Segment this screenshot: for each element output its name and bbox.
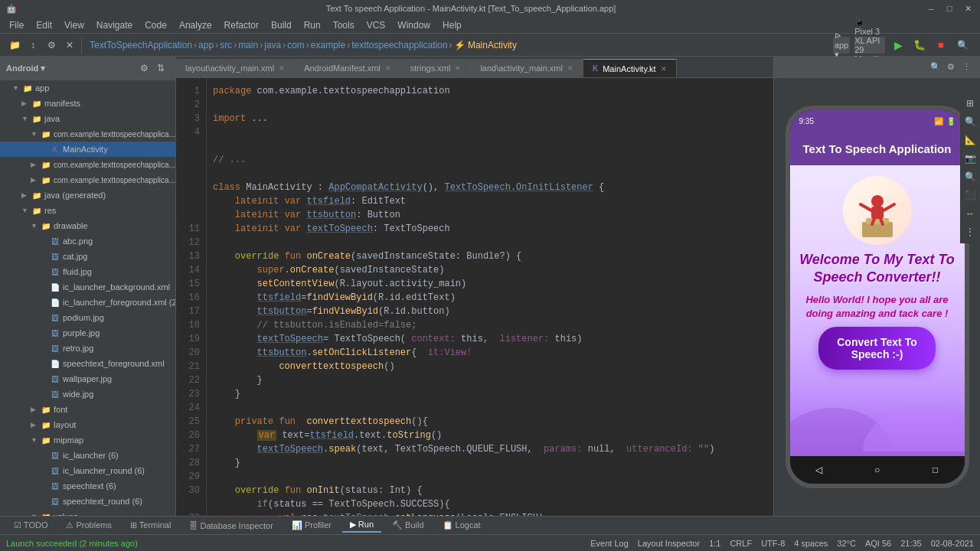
tab-activity-main-xml[interactable]: layout\activity_main.xml ✕ <box>176 59 295 77</box>
maximize-button[interactable]: □ <box>943 2 956 15</box>
tab-close-icon[interactable]: ✕ <box>385 64 391 72</box>
menu-window[interactable]: Window <box>391 18 436 32</box>
tree-ic-launcher-count[interactable]: 🖼 ic_launcher (6) <box>0 448 175 463</box>
tree-cat-jpg[interactable]: 🖼 cat.jpg <box>0 249 175 264</box>
bottom-tab-run[interactable]: ▶ Run <box>342 518 381 533</box>
breadcrumb-app[interactable]: TextToSpeechApplication <box>90 40 192 51</box>
tree-res[interactable]: ▼ 📁 res <box>0 203 175 218</box>
bottom-tab-build[interactable]: 🔨 Build <box>384 519 432 532</box>
menu-edit[interactable]: Edit <box>30 18 58 32</box>
menu-refactor[interactable]: Refactor <box>218 18 265 32</box>
side-icon-1[interactable]: ⊞ <box>962 95 978 112</box>
menu-build[interactable]: Build <box>265 18 298 32</box>
nav-home-button[interactable]: ○ <box>868 461 887 479</box>
tab-mainactivity-kt[interactable]: K MainActivity.kt ✕ <box>583 59 677 77</box>
tree-purple-jpg[interactable]: 🖼 purple.jpg <box>0 325 175 341</box>
preview-more-icon[interactable]: ⋮ <box>959 60 974 75</box>
tree-java[interactable]: ▼ 📁 java <box>0 111 175 126</box>
menu-run[interactable]: Run <box>298 18 327 32</box>
toolbar-sync-icon[interactable]: ↕ <box>24 37 41 54</box>
tree-wide-jpg[interactable]: 🖼 wide.jpg <box>0 386 175 402</box>
tree-speechtext-6[interactable]: 🖼 speechtext (6) <box>0 478 175 494</box>
tree-ic-launcher-fg-xml[interactable]: 📄 ic_launcher_foreground.xml (2) <box>0 295 175 310</box>
tab-land-activity-main[interactable]: land\activity_main.xml ✕ <box>471 59 583 77</box>
bottom-tab-logcat[interactable]: 📋 Logcat <box>435 519 488 532</box>
title-bar-controls[interactable]: – □ ✕ <box>925 2 974 15</box>
run-button[interactable]: ▶ <box>890 37 906 54</box>
tree-manifests[interactable]: ▶ 📁 manifests <box>0 96 175 111</box>
side-icon-3[interactable]: 📐 <box>962 132 978 148</box>
tree-mipmap[interactable]: ▼ 📁 mipmap <box>0 432 175 448</box>
tree-speechtext-round-6[interactable]: 🖼 speechtext_round (6) <box>0 494 175 509</box>
tab-androidmanifest[interactable]: AndroidManifest.xml ✕ <box>295 59 401 77</box>
bottom-tab-todo[interactable]: ☑ TODO <box>6 519 55 532</box>
tab-close-icon[interactable]: ✕ <box>567 64 573 72</box>
tree-ic-launcher-bg-xml[interactable]: 📄 ic_launcher_background.xml <box>0 279 175 295</box>
tab-strings-xml[interactable]: strings.xml ✕ <box>401 59 472 77</box>
menu-analyze[interactable]: Analyze <box>173 18 218 32</box>
bottom-tab-database[interactable]: 🗄 Database Inspector <box>181 520 280 532</box>
minimize-button[interactable]: – <box>925 2 937 15</box>
layout-inspector-btn[interactable]: Layout Inspector <box>638 539 700 548</box>
breadcrumb-package[interactable]: texttospeechapplication <box>351 40 447 51</box>
tab-close-icon[interactable]: ✕ <box>279 64 285 72</box>
sidebar-sort-icon[interactable]: ⇅ <box>152 60 169 77</box>
tree-podium-jpg[interactable]: 🖼 podium.jpg <box>0 310 175 325</box>
side-icon-5[interactable]: 🔍 <box>962 168 978 185</box>
breadcrumb-app2[interactable]: app <box>198 40 214 51</box>
tree-app[interactable]: ▼ 📁 app <box>0 80 175 96</box>
toolbar-close-icon[interactable]: ✕ <box>61 37 78 54</box>
menu-tools[interactable]: Tools <box>327 18 361 32</box>
menu-file[interactable]: File <box>3 18 30 32</box>
preview-zoom-icon[interactable]: 🔍 <box>928 60 943 75</box>
tree-com1[interactable]: ▼ 📁 com.example.texttospeechapplica... <box>0 126 175 142</box>
side-icon-7[interactable]: ↔ <box>962 205 978 222</box>
tree-abc-png[interactable]: 🖼 abc.png <box>0 233 175 249</box>
side-icon-6[interactable]: ⬛ <box>962 187 978 204</box>
menu-help[interactable]: Help <box>436 18 468 32</box>
bottom-tab-profiler[interactable]: 📊 Profiler <box>284 519 339 532</box>
tree-speechtext-fg-xml[interactable]: 📄 speechtext_foreground.xml <box>0 356 175 371</box>
tree-java-generated[interactable]: ▶ 📁 java (generated) <box>0 187 175 203</box>
side-icon-2[interactable]: 🔍 <box>962 113 978 130</box>
bottom-tab-problems[interactable]: ⚠ Problems <box>58 519 119 532</box>
tree-com2[interactable]: ▶ 📁 com.example.texttospeechapplica... <box>0 157 175 172</box>
run-config-selector[interactable]: ⊳ app ▾ <box>833 37 850 54</box>
bottom-tab-terminal[interactable]: ⊞ Terminal <box>122 519 178 532</box>
breadcrumb-com[interactable]: com <box>287 40 305 51</box>
breadcrumb-file[interactable]: ⚡ MainActivity <box>454 40 517 51</box>
tree-com3[interactable]: ▶ 📁 com.example.texttospeechapplica... <box>0 172 175 187</box>
tree-fluid-jpg[interactable]: 🖼 fluid.jpg <box>0 264 175 279</box>
menu-code[interactable]: Code <box>139 18 173 32</box>
tree-drawable[interactable]: ▼ 📁 drawable <box>0 218 175 233</box>
device-selector[interactable]: 📱 Pixel 3 XL API 29 Mugdha (kt) ▾ <box>854 37 885 54</box>
nav-recents-button[interactable]: □ <box>926 461 945 479</box>
tree-ic-launcher-round[interactable]: 🖼 ic_launcher_round (6) <box>0 463 175 478</box>
toolbar-settings-icon[interactable]: ⚙ <box>43 37 60 54</box>
menu-vcs[interactable]: VCS <box>361 18 392 32</box>
breadcrumb-src[interactable]: src <box>220 40 232 51</box>
tree-mainactivity[interactable]: K MainActivity <box>0 142 175 157</box>
stop-button[interactable]: ■ <box>933 37 949 54</box>
tree-wallpaper-jpg[interactable]: 🖼 wallpaper.jpg <box>0 371 175 386</box>
close-button[interactable]: ✕ <box>962 2 974 15</box>
event-log-btn[interactable]: Event Log <box>590 539 629 548</box>
breadcrumb-example[interactable]: example <box>311 40 345 51</box>
code-content[interactable]: package com.example.texttospeechapplicat… <box>207 78 773 516</box>
breadcrumb-java[interactable]: java <box>264 40 281 51</box>
side-icon-8[interactable]: ⋮ <box>962 223 978 240</box>
code-editor[interactable]: 1234111213141516171819202122232425262728… <box>176 78 773 516</box>
breadcrumb-main[interactable]: main <box>238 40 258 51</box>
preview-settings-icon[interactable]: ⚙ <box>943 60 959 75</box>
convert-button[interactable]: Convert Text ToSpeech :-) <box>818 327 936 370</box>
search-button[interactable]: 🔍 <box>954 37 971 54</box>
nav-back-button[interactable]: ◁ <box>810 461 828 479</box>
debug-button[interactable]: 🐛 <box>911 37 928 54</box>
tab-close-icon[interactable]: ✕ <box>455 64 461 72</box>
tree-retro-jpg[interactable]: 🖼 retro.jpg <box>0 341 175 356</box>
sidebar-gear-icon[interactable]: ⚙ <box>136 60 152 77</box>
tree-layout[interactable]: ▶ 📁 layout <box>0 417 175 432</box>
menu-navigate[interactable]: Navigate <box>90 18 139 32</box>
tab-close-icon[interactable]: ✕ <box>661 65 667 73</box>
menu-view[interactable]: View <box>58 18 90 32</box>
